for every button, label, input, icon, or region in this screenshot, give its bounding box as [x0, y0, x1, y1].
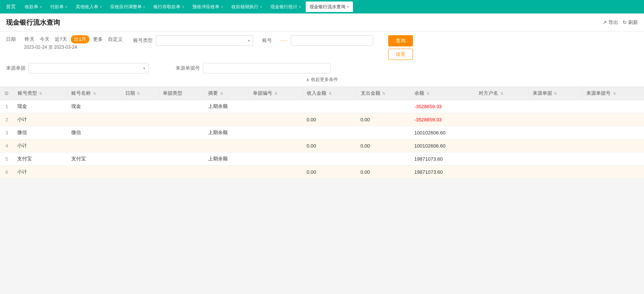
refresh-button[interactable]: ↻ 刷新 [623, 19, 638, 26]
date-options: 昨天今天近7天近1月更多自定义 [23, 35, 124, 43]
export-button[interactable]: ↗ 导出 [603, 19, 618, 26]
table-body: 1 现金 现金 上期余额 -3528659.33 2 小计 0.00 0.00 … [0, 100, 644, 179]
nav-tab-应收应付调整单[interactable]: 应收应付调整单× [107, 1, 149, 12]
source-doc-select[interactable]: ▾ [29, 63, 149, 73]
table-row: 6 小计 0.00 0.00 19871073.60 [0, 166, 644, 179]
col-counterpart[interactable]: 对方户名 ⇅ [475, 87, 529, 100]
cell-date [121, 139, 159, 152]
account-type-label: 账号类型 [133, 37, 153, 44]
cell-doc-type [159, 100, 204, 113]
col-summary[interactable]: 摘要 ⇅ [204, 87, 249, 100]
data-table-wrap: ⚙ 账号类型 ⇅ 账号名称 ⇅ 日期 ⇅ 单据类型 摘要 ⇅ 单据编号 ⇅ 收入… [0, 87, 644, 179]
tab-label: 其他收入单 [76, 4, 98, 10]
cell-date [121, 152, 159, 166]
date-option-自定义[interactable]: 自定义 [107, 35, 124, 43]
refresh-icon: ↻ [623, 19, 627, 25]
table-row: 1 现金 现金 上期余额 -3528659.33 [0, 100, 644, 113]
cell-expense: 0.00 [357, 139, 411, 152]
col-doc-no[interactable]: 单据编号 ⇅ [249, 87, 303, 100]
nav-tab-付款单[interactable]: 付款单× [47, 1, 71, 12]
tab-close-icon[interactable]: × [182, 5, 184, 9]
cell-balance: 100102606.60 [411, 139, 475, 152]
date-option-近7天[interactable]: 近7天 [53, 35, 69, 43]
nav-tabs: 收款单×付款单×其他收入单×应收应付调整单×银行存取款单×预收冲应收单×收款核销… [21, 1, 353, 12]
cell-source-doc-no [582, 152, 644, 166]
row-num: 6 [0, 166, 14, 179]
page-title: 现金银行流水查询 [6, 18, 60, 27]
account-no-input-wrap [291, 35, 373, 46]
tab-close-icon[interactable]: × [221, 5, 223, 9]
cell-account-name: 现金 [68, 100, 122, 113]
tab-label: 应收应付调整单 [110, 4, 142, 10]
table-row: 2 小计 0.00 0.00 -3528659.33 [0, 113, 644, 126]
tab-label: 现金银行统计 [270, 4, 297, 10]
cell-source-doc-no [582, 100, 644, 113]
cell-income: 0.00 [303, 139, 357, 152]
tab-close-icon[interactable]: × [100, 5, 102, 9]
col-doc-type[interactable]: 单据类型 [159, 87, 204, 100]
col-account-name[interactable]: 账号名称 ⇅ [68, 87, 122, 100]
cell-summary: 上期余额 [204, 152, 249, 166]
cell-source-doc [528, 100, 582, 113]
nav-tab-银行存取款单[interactable]: 银行存取款单× [150, 1, 188, 12]
account-type-filter: 账号类型 ▾ [133, 35, 253, 46]
cell-doc-no [249, 152, 303, 166]
nav-home[interactable]: 首页 [2, 3, 20, 10]
col-account-type[interactable]: 账号类型 ⇅ [14, 87, 68, 100]
nav-tab-收款单[interactable]: 收款单× [21, 1, 46, 12]
data-table: ⚙ 账号类型 ⇅ 账号名称 ⇅ 日期 ⇅ 单据类型 摘要 ⇅ 单据编号 ⇅ 收入… [0, 87, 644, 179]
source-doc-filter: 来源单据 ▾ [6, 63, 164, 73]
source-doc-no-input[interactable] [206, 66, 327, 71]
cell-counterpart [475, 139, 529, 152]
nav-tab-现金银行流水查询[interactable]: 现金银行流水查询× [306, 1, 353, 12]
account-no-label: 账号 [262, 37, 277, 44]
tab-close-icon[interactable]: × [260, 5, 262, 9]
cell-account-type: 微信 [14, 126, 68, 139]
table-row: 4 小计 0.00 0.00 100102606.60 [0, 139, 644, 152]
tab-close-icon[interactable]: × [143, 5, 146, 9]
cell-balance: 19871073.60 [411, 152, 475, 166]
settings-button[interactable]: 设置 [388, 49, 413, 60]
date-option-昨天[interactable]: 昨天 [23, 35, 36, 43]
cell-account-name [68, 139, 122, 152]
cell-balance: 100102606.60 [411, 126, 475, 139]
nav-tab-其他收入单[interactable]: 其他收入单× [72, 1, 106, 12]
date-option-今天[interactable]: 今天 [38, 35, 51, 43]
cell-counterpart [475, 113, 529, 126]
column-settings[interactable]: ⚙ [0, 87, 14, 100]
nav-tab-收款核销执行[interactable]: 收款核销执行× [228, 1, 266, 12]
cell-summary: 上期余额 [204, 100, 249, 113]
col-date[interactable]: 日期 ⇅ [121, 87, 159, 100]
col-source-doc[interactable]: 来源单据 ⇅ [528, 87, 582, 100]
cell-source-doc [528, 166, 582, 179]
cell-doc-type [159, 126, 204, 139]
date-option-近1月[interactable]: 近1月 [71, 35, 89, 43]
cell-counterpart [475, 100, 529, 113]
date-option-更多[interactable]: 更多 [92, 35, 104, 43]
cell-doc-no [249, 126, 303, 139]
tab-label: 收款核销执行 [231, 4, 258, 10]
collapse-button[interactable]: ∧ 收起更多条件 [6, 75, 638, 85]
cell-source-doc [528, 126, 582, 139]
cell-account-type: 小计 [14, 139, 68, 152]
cell-counterpart [475, 152, 529, 166]
tab-close-icon[interactable]: × [299, 5, 301, 9]
account-type-select[interactable]: ▾ [156, 35, 253, 46]
col-source-doc-no[interactable]: 来源单据号 ⇅ [582, 87, 644, 100]
nav-tab-预收冲应收单[interactable]: 预收冲应收单× [189, 1, 227, 12]
cell-source-doc-no [582, 126, 644, 139]
col-expense[interactable]: 支出金额 ⇅ [357, 87, 411, 100]
cell-summary [204, 113, 249, 126]
filter-area: 日期 昨天今天近7天近1月更多自定义 2023-02-24 至 2023-03-… [0, 31, 644, 87]
nav-tab-现金银行统计[interactable]: 现金银行统计× [267, 1, 305, 12]
query-button[interactable]: 查询 [388, 35, 413, 46]
account-no-input[interactable] [294, 38, 370, 43]
cell-date [121, 126, 159, 139]
tab-close-icon[interactable]: × [40, 5, 42, 9]
account-no-ellipsis[interactable]: ··· [280, 37, 287, 44]
gear-icon[interactable]: ⚙ [4, 90, 9, 96]
col-income[interactable]: 收入金额 ⇅ [303, 87, 357, 100]
tab-close-icon[interactable]: × [347, 5, 349, 9]
col-balance[interactable]: 余额 ⇅ [411, 87, 475, 100]
tab-close-icon[interactable]: × [65, 5, 68, 9]
